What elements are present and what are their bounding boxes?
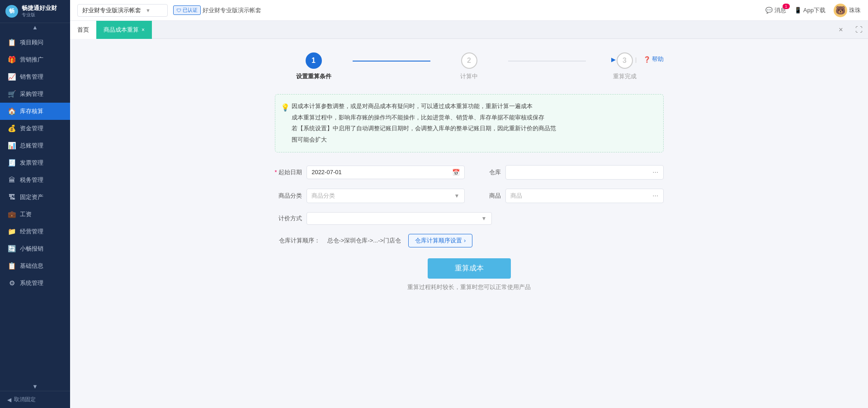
warehouse-order-settings-button[interactable]: 仓库计算顺序设置 › — [408, 234, 472, 247]
system-icon: ⚙ — [7, 279, 16, 287]
category-input[interactable]: 商品分类 ▼ — [307, 189, 465, 203]
warehouse-field: 仓库 ··· — [474, 165, 664, 180]
content-inner: 1 设置重算条件 2 计算中 3 重算完成 — [266, 52, 673, 291]
invoice-icon: 🧾 — [7, 159, 16, 167]
sidebar-item-tax[interactable]: 🏛 税务管理 — [0, 171, 70, 189]
stepper: 1 设置重算条件 2 计算中 3 重算完成 — [275, 52, 664, 81]
content-area: 1 设置重算条件 2 计算中 3 重算完成 — [70, 39, 868, 408]
pricing-label: 计价方式 — [275, 214, 302, 223]
calendar-icon: 📅 — [452, 169, 460, 176]
warehouse-input[interactable]: ··· — [505, 165, 664, 180]
bulb-icon: 💡 — [281, 101, 290, 114]
sidebar-item-project[interactable]: 📋 项目顾问 — [0, 34, 70, 51]
sidebar-item-purchase[interactable]: 🛒 采购管理 — [0, 85, 70, 103]
logo-text: 畅捷通好业财 专业版 — [22, 5, 57, 18]
tab-home[interactable]: 首页 — [70, 21, 96, 39]
recalc-hint: 重算过程耗时较长，重算时您可以正常使用产品 — [407, 283, 531, 291]
account-selector-chevron: ▼ — [146, 8, 151, 13]
topbar: 好业财专业版演示帐套 ▼ 🛡 已认证 好业财专业版演示帐套 💬 消息 1 📱 A… — [70, 0, 868, 21]
warehouse-order-label: 仓库计算顺序： — [275, 237, 320, 245]
step-line-1 — [353, 61, 430, 62]
sidebar-item-system[interactable]: ⚙ 系统管理 — [0, 275, 70, 292]
sidebar-item-inventory[interactable]: 🏠 库存核算 — [0, 103, 70, 120]
operation-icon: 📁 — [7, 228, 16, 236]
salary-icon: 💼 — [7, 210, 16, 218]
user-avatar: 🐻 — [834, 4, 847, 17]
close-button[interactable]: × — [832, 21, 850, 39]
app-download-button[interactable]: 📱 App下载 — [794, 6, 826, 14]
main-area: 好业财专业版演示帐套 ▼ 🛡 已认证 好业财专业版演示帐套 💬 消息 1 📱 A… — [70, 0, 868, 408]
warehouse-order-row: 仓库计算顺序： 总仓->深圳仓库->...->门店仓 仓库计算顺序设置 › — [275, 234, 664, 247]
pricing-chevron-icon: ▼ — [481, 215, 487, 222]
message-button[interactable]: 💬 消息 1 — [765, 6, 786, 14]
category-chevron-icon: ▼ — [454, 193, 460, 199]
sidebar-item-salary[interactable]: 💼 工资 — [0, 206, 70, 223]
step-2: 2 计算中 — [430, 52, 508, 81]
chevron-right-icon: › — [464, 237, 466, 244]
sidebar-item-sales[interactable]: 📈 销售管理 — [0, 68, 70, 85]
sidebar-nav: 📋 项目顾问 🎁 营销推广 📈 销售管理 🛒 采购管理 🏠 库存核算 💰 资金管… — [0, 32, 70, 382]
warehouse-label: 仓库 — [474, 168, 501, 176]
sales-icon: 📈 — [7, 73, 16, 81]
unpin-button[interactable]: ◀ 取消固定 — [0, 391, 70, 408]
step-2-circle: 2 — [461, 52, 477, 69]
sidebar-item-marketing[interactable]: 🎁 营销推广 — [0, 51, 70, 68]
warehouse-order-value: 总仓->深圳仓库->...->门店仓 — [327, 237, 401, 245]
goods-field: 商品 商品 ··· — [474, 189, 664, 203]
pricing-row: 计价方式 ▼ — [275, 212, 664, 225]
sidebar: 畅 畅捷通好业财 专业版 ▲ 📋 项目顾问 🎁 营销推广 📈 销售管理 🛒 采购… — [0, 0, 70, 408]
phone-icon: 📱 — [794, 7, 802, 14]
category-field: 商品分类 商品分类 ▼ — [275, 189, 465, 203]
account-name-display: 好业财专业版演示帐套 — [82, 6, 141, 14]
user-menu-button[interactable]: 🐻 珠珠 — [834, 4, 861, 17]
help-icon: ❓ — [643, 56, 651, 63]
sidebar-scroll-up[interactable]: ▲ — [0, 23, 70, 32]
step-2-label: 计算中 — [460, 72, 478, 81]
tab-close-button[interactable]: × — [142, 27, 145, 33]
goods-more-icon[interactable]: ··· — [652, 192, 658, 200]
sidebar-item-basic[interactable]: 📋 基础信息 — [0, 257, 70, 275]
asset-icon: 🏗 — [7, 193, 16, 201]
accounting-icon: 📊 — [7, 142, 16, 150]
message-icon: 💬 — [765, 7, 773, 14]
start-date-input[interactable]: 2022-07-01 📅 — [307, 166, 464, 179]
help-link[interactable]: ❓ 帮助 — [643, 55, 664, 63]
sidebar-item-asset[interactable]: 🏗 固定资产 — [0, 189, 70, 206]
step-line-2 — [508, 61, 586, 62]
verified-section: 🛡 已认证 好业财专业版演示帐套 — [173, 5, 261, 15]
sidebar-item-operation[interactable]: 📁 经营管理 — [0, 223, 70, 240]
sidebar-item-expense[interactable]: 🔄 小畅报销 — [0, 240, 70, 257]
sidebar-scroll-down[interactable]: ▼ — [0, 382, 70, 391]
sidebar-logo: 畅 畅捷通好业财 专业版 — [0, 0, 70, 23]
step-3-label: 重算完成 — [613, 72, 637, 81]
info-box: 💡 因成本计算参数调整，或是对商品成本有疑问时，可以通过成本重算功能，重新计算一… — [275, 94, 664, 152]
pricing-field: 计价方式 ▼ — [275, 212, 492, 225]
sidebar-item-invoice[interactable]: 🧾 发票管理 — [0, 154, 70, 171]
window-controls: × ⛶ — [832, 21, 868, 39]
finance-icon: 💰 — [7, 124, 16, 133]
tabbar: 首页 商品成本重算 × × ⛶ — [70, 21, 868, 39]
goods-input[interactable]: 商品 ··· — [505, 189, 664, 203]
tax-icon: 🏛 — [7, 176, 16, 184]
expense-icon: 🔄 — [7, 245, 16, 253]
purchase-icon: 🛒 — [7, 90, 16, 98]
expand-button[interactable]: ⛶ — [850, 21, 868, 39]
category-label: 商品分类 — [275, 192, 302, 200]
tab-cost-recalc[interactable]: 商品成本重算 × — [96, 21, 152, 39]
start-date-field: 起始日期 2022-07-01 📅 — [275, 166, 465, 179]
logo-icon: 畅 — [5, 5, 18, 18]
sidebar-item-accounting[interactable]: 📊 总账管理 — [0, 137, 70, 154]
form-row-2: 商品分类 商品分类 ▼ 商品 商品 ··· — [275, 189, 664, 203]
basic-icon: 📋 — [7, 262, 16, 270]
recalculate-button[interactable]: 重算成本 — [428, 258, 511, 279]
account-selector[interactable]: 好业财专业版演示帐套 ▼ — [77, 4, 168, 17]
sidebar-item-finance[interactable]: 💰 资金管理 — [0, 120, 70, 137]
warehouse-more-icon[interactable]: ··· — [652, 168, 658, 176]
project-icon: 📋 — [7, 38, 16, 47]
recalc-section: 重算成本 重算过程耗时较长，重算时您可以正常使用产品 — [275, 258, 664, 291]
pricing-input[interactable]: ▼ — [307, 212, 492, 225]
unpin-icon: ◀ — [7, 397, 11, 403]
step-1: 1 设置重算条件 — [275, 52, 353, 81]
form-row-1: 起始日期 2022-07-01 📅 仓库 ··· — [275, 165, 664, 180]
start-date-label: 起始日期 — [275, 168, 302, 176]
